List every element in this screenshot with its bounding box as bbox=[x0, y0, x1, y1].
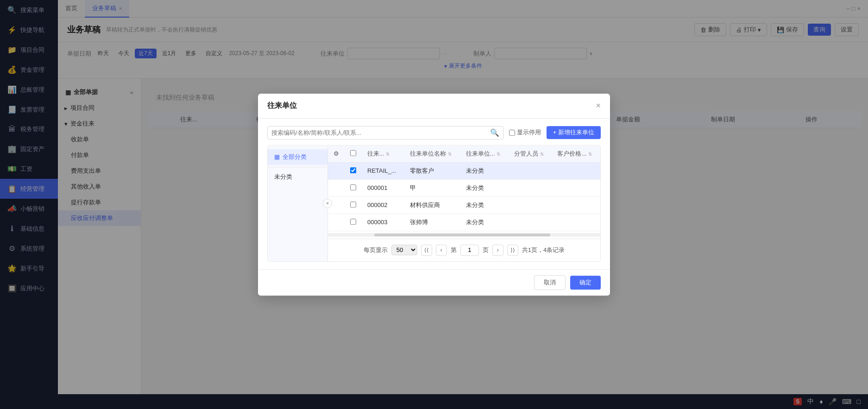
modal-content-area: ▦ 全部分类 未分类 « ⚙ 往来... ⇅ 往 bbox=[267, 145, 601, 262]
category-panel: ▦ 全部分类 未分类 « bbox=[268, 145, 328, 261]
cell-name: 张帅博 bbox=[404, 214, 460, 231]
category-uncategorized[interactable]: 未分类 bbox=[268, 169, 327, 185]
col-manager: 分管人员 ⇅ bbox=[509, 145, 552, 163]
cell-manager bbox=[509, 214, 552, 231]
cell-manager bbox=[509, 179, 552, 196]
cell-code: RETAIL_... bbox=[362, 162, 404, 179]
row-checkbox[interactable] bbox=[350, 184, 356, 190]
table-row[interactable]: RETAIL_... 零散客户 未分类 bbox=[328, 162, 600, 179]
cancel-button[interactable]: 取消 bbox=[534, 275, 566, 290]
cell-code: 000001 bbox=[362, 179, 404, 196]
modal-close-button[interactable]: × bbox=[596, 101, 601, 111]
last-page-button[interactable]: ⟩⟩ bbox=[507, 245, 518, 256]
total-records: 共1页，4条记录 bbox=[522, 246, 565, 254]
cell-price bbox=[552, 214, 600, 231]
pagination: 每页显示 50 100 ⟨⟨ ‹ 第 页 › ⟩⟩ 共1页，4条记录 bbox=[328, 239, 600, 261]
cell-category: 未分类 bbox=[460, 162, 509, 179]
collapse-category-button[interactable]: « bbox=[323, 199, 332, 208]
scrollbar-thumb bbox=[374, 233, 550, 236]
prev-page-button[interactable]: ‹ bbox=[436, 245, 447, 256]
modal-body: 🔍 显示停用 + 新增往来单位 ▦ 全部分类 未分类 « bbox=[258, 119, 610, 269]
modal-header: 往来单位 × bbox=[258, 94, 610, 119]
cell-code: 000003 bbox=[362, 214, 404, 231]
select-all-checkbox[interactable] bbox=[350, 150, 356, 156]
next-page-button[interactable]: › bbox=[492, 245, 503, 256]
category-all[interactable]: ▦ 全部分类 bbox=[268, 149, 327, 165]
settings-icon[interactable]: ⚙ bbox=[333, 150, 339, 157]
col-price: 客户价格... ⇅ bbox=[552, 145, 600, 163]
row-checkbox[interactable] bbox=[350, 201, 356, 208]
row-checkbox[interactable] bbox=[350, 219, 356, 225]
cell-name: 材料供应商 bbox=[404, 196, 460, 214]
search-icon: 🔍 bbox=[490, 128, 499, 137]
per-page-select[interactable]: 50 100 bbox=[391, 245, 417, 255]
cell-manager bbox=[509, 196, 552, 214]
table-row[interactable]: 000002 材料供应商 未分类 bbox=[328, 196, 600, 214]
table-row[interactable]: 000003 张帅博 未分类 bbox=[328, 214, 600, 231]
add-partner-button[interactable]: + 新增往来单位 bbox=[547, 126, 601, 139]
col-name: 往来单位名称 ⇅ bbox=[404, 145, 460, 163]
show-disabled-toggle[interactable]: 显示停用 bbox=[509, 128, 541, 137]
search-input[interactable] bbox=[271, 129, 487, 136]
page-label: 第 bbox=[451, 246, 457, 254]
per-page-label: 每页显示 bbox=[364, 246, 388, 254]
first-page-button[interactable]: ⟨⟨ bbox=[421, 245, 432, 256]
col-code: 往来... ⇅ bbox=[362, 145, 404, 163]
show-disabled-checkbox[interactable] bbox=[509, 130, 515, 136]
page-unit: 页 bbox=[483, 246, 489, 254]
cell-price bbox=[552, 179, 600, 196]
cell-category: 未分类 bbox=[460, 179, 509, 196]
modal-title: 往来单位 bbox=[267, 101, 297, 111]
col-category: 往来单位... ⇅ bbox=[460, 145, 509, 163]
cell-manager bbox=[509, 162, 552, 179]
confirm-button[interactable]: 确定 bbox=[570, 276, 601, 289]
grid-icon: ▦ bbox=[274, 153, 280, 160]
cell-name: 甲 bbox=[404, 179, 460, 196]
cell-name: 零散客户 bbox=[404, 162, 460, 179]
search-box: 🔍 bbox=[267, 126, 503, 139]
partner-table: ⚙ 往来... ⇅ 往来单位名称 ⇅ 往来单位... ⇅ 分管人员 ⇅ 客户价格… bbox=[328, 145, 600, 261]
table-row[interactable]: 000001 甲 未分类 bbox=[328, 179, 600, 196]
cell-category: 未分类 bbox=[460, 214, 509, 231]
modal-footer: 取消 确定 bbox=[258, 269, 610, 296]
page-number-input[interactable] bbox=[460, 245, 479, 256]
counterparty-modal: 往来单位 × 🔍 显示停用 + 新增往来单位 ▦ 全部分类 bbox=[258, 94, 610, 296]
cell-price bbox=[552, 196, 600, 214]
row-checkbox[interactable] bbox=[350, 167, 356, 173]
table-scrollbar[interactable] bbox=[328, 233, 600, 237]
modal-toolbar: 🔍 显示停用 + 新增往来单位 bbox=[267, 126, 601, 139]
cell-price bbox=[552, 162, 600, 179]
cell-code: 000002 bbox=[362, 196, 404, 214]
cell-category: 未分类 bbox=[460, 196, 509, 214]
